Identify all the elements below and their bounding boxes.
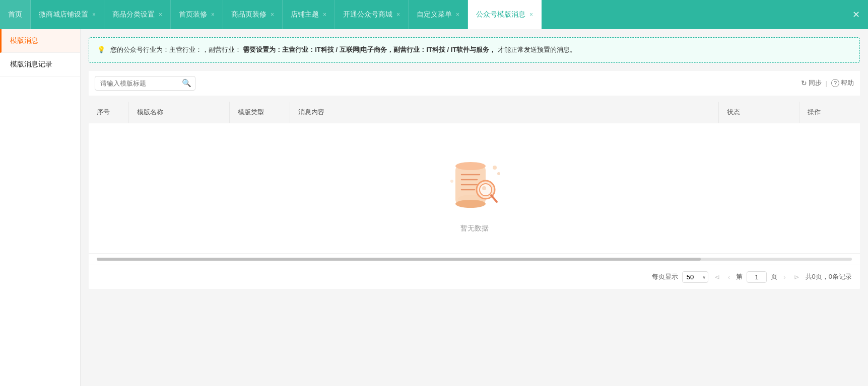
search-input-wrap: 🔍: [95, 76, 195, 91]
notice-highlight: 需要设置为：主营行业：IT科技 / 互联网|电子商务，副营行业：IT科技 / I…: [243, 46, 496, 53]
sync-button[interactable]: ↻ 同步: [801, 79, 822, 88]
data-table: 序号 模版名称 模版类型 消息内容 状态 操作: [89, 102, 860, 289]
svg-point-14: [450, 180, 453, 183]
tab-close-open-mall[interactable]: ×: [396, 11, 400, 18]
nav-tab-home[interactable]: 首页: [0, 0, 31, 29]
scroll-thumb[interactable]: [97, 258, 701, 261]
content-area: 💡 您的公众号行业为：主营行业：，副营行业： 需要设置为：主营行业：IT科技 /…: [81, 29, 868, 386]
empty-illustration: [444, 153, 505, 214]
top-navigation: 首页微商城店铺设置×商品分类设置×首页装修×商品页装修×店铺主题×开通公众号商城…: [0, 0, 868, 29]
nav-tab-template-msg[interactable]: 公众号模版消息×: [468, 0, 542, 29]
search-input[interactable]: [95, 76, 195, 91]
close-all-button[interactable]: ✕: [844, 0, 868, 29]
col-status: 状态: [719, 102, 799, 123]
notice-suffix: 才能正常发送预置的消息。: [498, 46, 576, 53]
divider: |: [826, 80, 827, 87]
toolbar-right: ↻ 同步 | ? 帮助: [801, 79, 854, 88]
prev-page-button[interactable]: ‹: [726, 272, 732, 282]
page-input[interactable]: [747, 271, 767, 283]
tab-close-shop-theme[interactable]: ×: [323, 11, 326, 18]
nav-tab-product-cat[interactable]: 商品分类设置×: [104, 0, 171, 29]
table-header: 序号 模版名称 模版类型 消息内容 状态 操作: [89, 102, 860, 123]
help-icon: ?: [831, 79, 839, 87]
tab-close-home-decor[interactable]: ×: [211, 11, 215, 18]
sync-icon: ↻: [801, 79, 807, 87]
svg-point-12: [493, 166, 497, 170]
next-page-button[interactable]: ›: [781, 272, 787, 282]
main-layout: 模版消息模版消息记录 💡 您的公众号行业为：主营行业：，副营行业： 需要设置为：…: [0, 29, 868, 386]
notice-prefix: 您的公众号行业为：主营行业：，副营行业：: [110, 46, 241, 53]
last-page-button[interactable]: ⊳: [792, 272, 802, 282]
col-content: 消息内容: [290, 102, 719, 123]
svg-point-2: [455, 162, 486, 170]
search-icon[interactable]: 🔍: [182, 79, 191, 88]
tab-close-product-cat[interactable]: ×: [159, 11, 162, 18]
first-page-button[interactable]: ⊲: [712, 272, 722, 282]
help-label: 帮助: [841, 79, 854, 88]
col-name: 模版名称: [129, 102, 230, 123]
page-size-label: 每页显示: [652, 272, 678, 281]
notice-box: 💡 您的公众号行业为：主营行业：，副营行业： 需要设置为：主营行业：IT科技 /…: [89, 37, 860, 63]
nav-tab-micro-shop[interactable]: 微商城店铺设置×: [31, 0, 104, 29]
svg-point-9: [480, 184, 492, 196]
notice-icon: 💡: [97, 46, 105, 53]
col-action: 操作: [799, 102, 860, 123]
scroll-track[interactable]: [89, 253, 860, 265]
page-label: 第: [736, 272, 743, 281]
sync-label: 同步: [809, 79, 822, 88]
search-bar: 🔍 ↻ 同步 | ? 帮助: [89, 71, 860, 96]
tab-close-template-msg[interactable]: ×: [529, 11, 533, 18]
page-size-select[interactable]: 20 50 100: [682, 271, 708, 283]
tab-close-custom-menu[interactable]: ×: [456, 11, 459, 18]
svg-line-10: [491, 195, 497, 202]
nav-tab-shop-theme[interactable]: 店铺主题×: [283, 0, 335, 29]
sidebar-item-template-record[interactable]: 模版消息记录: [0, 53, 80, 76]
page-suffix: 页: [771, 272, 777, 281]
svg-point-13: [497, 172, 500, 175]
sidebar-items: 模版消息模版消息记录: [0, 29, 80, 76]
pagination: 每页显示 20 50 100 ⊲ ‹ 第 页 › ⊳ 共0页，0条记录: [89, 265, 860, 289]
nav-tabs: 首页微商城店铺设置×商品分类设置×首页装修×商品页装修×店铺主题×开通公众号商城…: [0, 0, 844, 29]
tab-close-micro-shop[interactable]: ×: [92, 11, 96, 18]
tab-close-product-page[interactable]: ×: [271, 11, 274, 18]
empty-text: 暂无数据: [460, 224, 489, 233]
svg-point-3: [455, 200, 486, 208]
scroll-bar[interactable]: [97, 258, 852, 261]
total-info: 共0页，0条记录: [806, 272, 852, 281]
nav-tab-product-page[interactable]: 商品页装修×: [223, 0, 283, 29]
help-button[interactable]: ? 帮助: [831, 79, 854, 88]
sidebar: 模版消息模版消息记录: [0, 29, 81, 386]
empty-state: 暂无数据: [89, 123, 860, 253]
page-size-wrapper: 20 50 100: [682, 271, 708, 283]
nav-tab-custom-menu[interactable]: 自定义菜单×: [409, 0, 468, 29]
nav-tab-open-mall[interactable]: 开通公众号商城×: [335, 0, 409, 29]
nav-tab-home-decor[interactable]: 首页装修×: [171, 0, 223, 29]
sidebar-item-template-msg[interactable]: 模版消息: [0, 29, 80, 53]
col-index: 序号: [89, 102, 129, 123]
svg-point-11: [482, 186, 486, 190]
col-type: 模版类型: [230, 102, 290, 123]
